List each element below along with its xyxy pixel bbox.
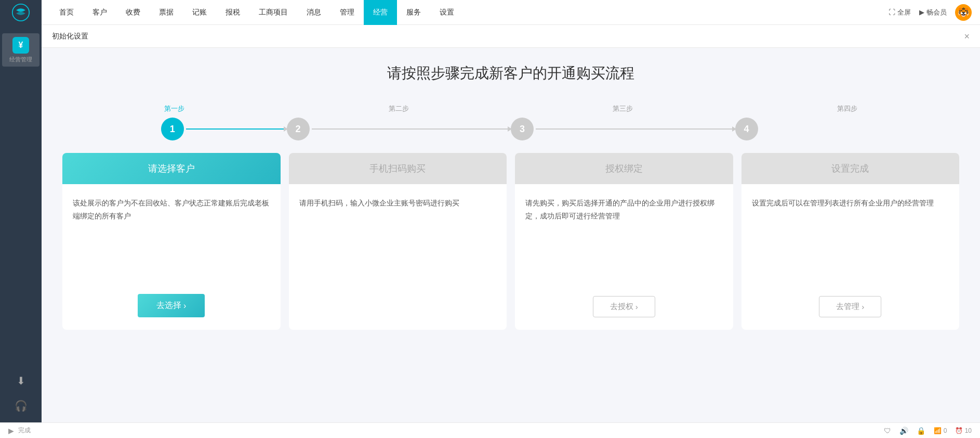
step-circle-row-1: 1: [62, 118, 287, 140]
nav-operation[interactable]: 经营: [364, 0, 397, 25]
step-arrow-2: [312, 128, 509, 130]
sidebar-label-operation: 经营管理: [9, 56, 32, 63]
steps-area: 请按照步骤完成新客户的开通购买流程 第一步 1 第二步 2: [42, 48, 980, 345]
card-footer-3: 去授权 ›: [515, 288, 733, 330]
btn-label-4: 去管理: [836, 302, 859, 312]
member-label: 畅会员: [926, 8, 947, 17]
nav-business[interactable]: 工商项目: [249, 0, 297, 25]
step-arrow-3: [536, 128, 733, 130]
headset-icon[interactable]: 🎧: [12, 397, 29, 414]
logo: [0, 0, 42, 25]
shield-status-icon: 🛡: [884, 427, 891, 435]
sidebar-icon-operation: ¥: [12, 37, 29, 54]
status-right: 🛡 🔊 🔒 📶 0 ⏰ 10: [884, 427, 972, 435]
cards-row: 请选择客户 该处展示的客户为不在回收站、客户状态正常建账后完成老板端绑定的所有客…: [62, 153, 959, 330]
action-btn-3[interactable]: 去授权 ›: [593, 296, 655, 317]
action-btn-4[interactable]: 去管理 ›: [819, 296, 881, 317]
nav-message[interactable]: 消息: [297, 0, 330, 25]
download-icon[interactable]: ⬇: [12, 372, 29, 389]
nav-billing[interactable]: 收费: [116, 0, 150, 25]
network-status: 📶 0: [934, 427, 947, 434]
page-header: 初始化设置 ×: [42, 25, 980, 48]
card-footer-1: 去选择 ›: [62, 286, 281, 330]
action-btn-1[interactable]: 去选择 ›: [138, 294, 205, 317]
time-status: ⏰ 10: [955, 427, 972, 434]
step-circle-row-2: 2: [287, 118, 511, 140]
close-button[interactable]: ×: [964, 32, 970, 41]
step-label-4: 第四步: [837, 104, 857, 113]
nav-invoice[interactable]: 票据: [150, 0, 183, 25]
card-header-1: 请选择客户: [62, 153, 281, 184]
steps-indicator-row: 第一步 1 第二步 2 第三步 3: [62, 104, 959, 140]
step-col-1: 第一步 1: [62, 104, 287, 140]
sidebar: ¥ 经营管理 ⬇ 🎧: [0, 25, 42, 422]
fullscreen-icon: ⛶: [889, 8, 895, 16]
step-card-3: 授权绑定 请先购买，购买后选择开通的产品中的企业用户进行授权绑定，成功后即可进行…: [515, 153, 733, 330]
step-col-2: 第二步 2: [287, 104, 511, 140]
nav-home[interactable]: 首页: [50, 0, 83, 25]
step-card-1: 请选择客户 该处展示的客户为不在回收站、客户状态正常建账后完成老板端绑定的所有客…: [62, 153, 281, 330]
sidebar-item-operation[interactable]: ¥ 经营管理: [2, 33, 39, 67]
nav-settings[interactable]: 设置: [430, 0, 463, 25]
step-arrow-1: [186, 128, 285, 130]
nav-manage[interactable]: 管理: [330, 0, 364, 25]
status-bar: ▶ 完成 🛡 🔊 🔒 📶 0 ⏰ 10: [0, 422, 980, 438]
nav-service[interactable]: 服务: [397, 0, 430, 25]
btn-label-3: 去授权: [610, 302, 633, 312]
volume-status-icon: 🔊: [899, 427, 908, 435]
step-col-3: 第三步 3: [511, 104, 735, 140]
card-header-4: 设置完成: [741, 153, 960, 184]
btn-suffix-4: ›: [862, 302, 864, 311]
fullscreen-label: 全屏: [897, 8, 911, 17]
card-body-2: 请用手机扫码，输入小微企业主账号密码进行购买: [289, 184, 507, 309]
nav-tax[interactable]: 报税: [216, 0, 249, 25]
nav-items: 首页 客户 收费 票据 记账 报税 工商项目 消息 管理 经营 服务 设置: [50, 0, 889, 25]
step-circle-4: 4: [735, 118, 758, 140]
step-card-2: 手机扫码购买 请用手机扫码，输入小微企业主账号密码进行购买: [289, 153, 507, 330]
step-circle-2: 2: [287, 118, 310, 140]
btn-suffix-1: ›: [183, 301, 186, 311]
main-content: 初始化设置 × 请按照步骤完成新客户的开通购买流程 第一步 1 第二步 2: [42, 25, 980, 422]
card-header-3: 授权绑定: [515, 153, 733, 184]
member-btn[interactable]: ▶ 畅会员: [919, 8, 947, 17]
step-circle-row-4: 4: [735, 118, 960, 140]
lock-status-icon: 🔒: [917, 427, 925, 435]
card-footer-4: 去管理 ›: [741, 288, 960, 330]
card-header-2: 手机扫码购买: [289, 153, 507, 184]
play-status-icon: ▶: [8, 427, 14, 435]
nav-accounting[interactable]: 记账: [183, 0, 216, 25]
card-body-3: 请先购买，购买后选择开通的产品中的企业用户进行授权绑定，成功后即可进行经营管理: [515, 184, 733, 288]
step-circle-row-3: 3: [511, 118, 735, 140]
nav-customer[interactable]: 客户: [83, 0, 116, 25]
step-col-4: 第四步 4: [735, 104, 960, 140]
btn-label-1: 去选择: [156, 300, 181, 311]
avatar[interactable]: 🐯: [955, 4, 972, 21]
btn-suffix-3: ›: [635, 302, 638, 311]
status-label: 完成: [18, 426, 31, 435]
step-label-2: 第二步: [389, 104, 409, 113]
page-title: 初始化设置: [52, 32, 88, 41]
step-label-1: 第一步: [164, 104, 184, 113]
top-nav: 首页 客户 收费 票据 记账 报税 工商项目 消息 管理 经营 服务 设置 ⛶ …: [42, 0, 980, 25]
fullscreen-btn[interactable]: ⛶ 全屏: [889, 8, 911, 17]
steps-main-title: 请按照步骤完成新客户的开通购买流程: [62, 63, 959, 83]
nav-right: ⛶ 全屏 ▶ 畅会员 🐯: [889, 4, 972, 21]
card-footer-2: [289, 309, 507, 330]
step-card-4: 设置完成 设置完成后可以在管理列表进行所有企业用户的经营管理 去管理 ›: [741, 153, 960, 330]
play-icon: ▶: [919, 8, 924, 16]
sidebar-bottom: ⬇ 🎧: [12, 372, 29, 414]
step-label-3: 第三步: [613, 104, 633, 113]
step-circle-3: 3: [511, 118, 534, 140]
card-body-4: 设置完成后可以在管理列表进行所有企业用户的经营管理: [741, 184, 960, 288]
status-left: ▶ 完成: [8, 426, 31, 435]
step-circle-1: 1: [161, 118, 184, 140]
card-body-1: 该处展示的客户为不在回收站、客户状态正常建账后完成老板端绑定的所有客户: [62, 184, 281, 286]
